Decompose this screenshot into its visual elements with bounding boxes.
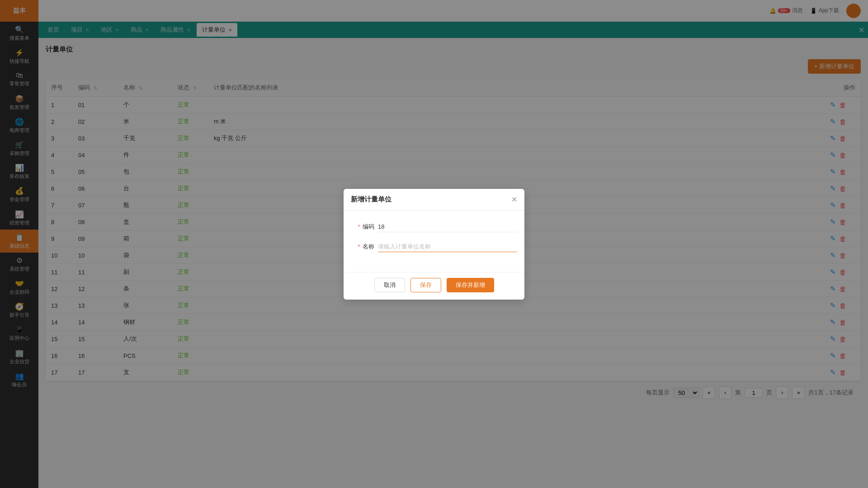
required-star-code: * bbox=[358, 223, 360, 230]
save-and-new-button[interactable]: 保存并新增 bbox=[447, 278, 494, 292]
add-unit-modal: 新增计量单位 ✕ * 编码 * 名称 取消 保存 保存并新增 bbox=[344, 189, 524, 300]
form-item-code: * 编码 bbox=[351, 221, 517, 232]
modal-title: 新增计量单位 bbox=[351, 195, 392, 204]
save-button[interactable]: 保存 bbox=[410, 278, 441, 292]
name-input[interactable] bbox=[378, 241, 517, 252]
cancel-button[interactable]: 取消 bbox=[374, 278, 405, 292]
modal-header: 新增计量单位 ✕ bbox=[344, 189, 524, 211]
form-item-name: * 名称 bbox=[351, 241, 517, 252]
modal-footer: 取消 保存 保存并新增 bbox=[344, 272, 524, 300]
required-star-name: * bbox=[358, 243, 360, 250]
form-label-name: * 名称 bbox=[351, 243, 378, 251]
modal-close-button[interactable]: ✕ bbox=[511, 195, 517, 204]
modal-overlay[interactable]: 新增计量单位 ✕ * 编码 * 名称 取消 保存 保存并新增 bbox=[0, 0, 868, 488]
form-label-code: * 编码 bbox=[351, 223, 378, 231]
modal-body: * 编码 * 名称 bbox=[344, 211, 524, 272]
code-input[interactable] bbox=[378, 221, 517, 232]
